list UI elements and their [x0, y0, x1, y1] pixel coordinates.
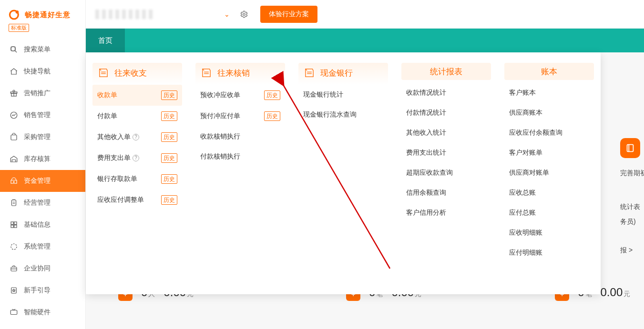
sidebar-item-briefcase[interactable]: 企业协同 — [0, 258, 85, 279]
svg-rect-14 — [14, 225, 17, 228]
sidebar-item-home[interactable]: 快捷导航 — [0, 60, 85, 82]
svg-point-1 — [16, 10, 19, 14]
sidebar-item-label: 快捷导航 — [24, 67, 51, 76]
flyout-column-header: 统计报表 — [401, 63, 491, 80]
history-badge[interactable]: 历史 — [161, 132, 177, 142]
flyout-menu-item[interactable]: 现金银行流水查询 — [298, 105, 388, 125]
history-badge[interactable]: 历史 — [264, 111, 280, 121]
sidebar-item-cycle[interactable]: 系统管理 — [0, 236, 85, 258]
help-icon[interactable]: ? — [133, 155, 139, 161]
menu-item-label: 其他收入统计 — [406, 129, 446, 137]
svg-point-9 — [13, 181, 14, 182]
flyout-column-header: 现金银行 — [298, 63, 388, 85]
flyout-menu-item[interactable]: 现金银行统计 — [298, 85, 388, 105]
help-icon[interactable]: ? — [133, 134, 139, 140]
menu-item-label: 预付冲应付单 — [200, 112, 240, 120]
org-dropdown-toggle[interactable]: ⌄ — [219, 10, 235, 18]
sidebar-item-gift[interactable]: 营销推广 — [0, 82, 85, 104]
menu-item-label: 其他收入单? — [97, 133, 139, 141]
flyout-menu-item[interactable]: 应付总账 — [504, 203, 594, 223]
svg-rect-12 — [14, 222, 17, 224]
svg-point-19 — [243, 13, 245, 15]
flyout-menu-item[interactable]: 费用支出统计 — [401, 143, 491, 163]
flyout-menu-item[interactable]: 付款情况统计 — [401, 103, 491, 123]
svg-rect-11 — [11, 222, 13, 224]
sidebar-item-search[interactable]: 搜索菜单 — [0, 39, 85, 60]
org-name-masked — [95, 10, 153, 19]
flyout-menu-item[interactable]: 客户账本 — [504, 83, 594, 103]
sidebar-item-cart[interactable]: 采购管理 — [0, 126, 85, 148]
history-badge[interactable]: 历史 — [161, 153, 177, 163]
sidebar-item-trend[interactable]: 销售管理 — [0, 104, 85, 126]
flyout-menu-item[interactable]: 付款单历史 — [92, 106, 182, 127]
flyout-menu-item[interactable]: 收款情况统计 — [401, 83, 491, 103]
svg-point-15 — [11, 244, 17, 249]
history-badge[interactable]: 历史 — [161, 111, 177, 121]
settings-icon[interactable] — [239, 10, 249, 19]
flyout-menu-item[interactable]: 收款单历史 — [92, 85, 182, 106]
menu-item-label: 应付明细账 — [509, 249, 542, 257]
brand-edition-badge: 标准版 — [9, 24, 29, 32]
flyout-menu-item[interactable]: 应收应付余额查询 — [504, 123, 594, 143]
flyout-menu-item[interactable]: 其他收入统计 — [401, 123, 491, 143]
sidebar-item-money[interactable]: 资金管理 — [0, 170, 85, 192]
menu-item-label: 客户账本 — [509, 89, 536, 97]
menu-item-label: 超期应收款查询 — [406, 169, 453, 177]
flyout-column-header: 账本 — [504, 63, 594, 80]
flyout-column-title: 现金银行 — [320, 68, 353, 79]
flyout-column-header: 往来核销 — [195, 63, 285, 85]
flyout-column: 往来核销预收冲应收单历史预付冲应付单历史收款核销执行付款核销执行 — [189, 63, 292, 280]
sidebar: 畅捷通好生意 标准版 搜索菜单快捷导航营销推广销售管理采购管理库存核算资金管理经… — [0, 0, 86, 329]
sidebar-item-label: 资金管理 — [24, 177, 51, 185]
menu-item-label: 现金银行统计 — [303, 90, 343, 99]
history-badge[interactable]: 历史 — [161, 174, 177, 184]
hint-pill-icon[interactable] — [620, 138, 640, 158]
flyout-menu-item[interactable]: 应收明细账 — [504, 223, 594, 243]
brand-block: 畅捷通好生意 标准版 — [0, 0, 85, 36]
history-badge[interactable]: 历史 — [264, 90, 280, 100]
sidebar-item-star[interactable]: 新手引导 — [0, 279, 85, 301]
cycle-icon — [10, 242, 18, 251]
flyout-menu-item[interactable]: 供应商对账单 — [504, 163, 594, 183]
tab-home[interactable]: 首页 — [86, 29, 125, 52]
flyout-menu-item[interactable]: 应付明细账 — [504, 243, 594, 263]
sidebar-item-clipboard[interactable]: 经营管理 — [0, 192, 85, 214]
flyout-menu-item[interactable]: 客户信用分析 — [401, 203, 491, 223]
flyout-menu-item[interactable]: 预收冲应收单历史 — [195, 85, 285, 106]
menu-item-label: 收款单 — [97, 91, 117, 100]
flyout-menu-item[interactable]: 其他收入单?历史 — [92, 127, 182, 148]
history-badge[interactable]: 历史 — [161, 90, 177, 100]
brand-name: 畅捷通好生意 — [25, 10, 71, 20]
sidebar-item-grid[interactable]: 基础信息 — [0, 214, 85, 236]
flyout-menu-item[interactable]: 应收总账 — [504, 183, 594, 203]
cta-industry-button[interactable]: 体验行业方案 — [260, 6, 317, 23]
flyout-menu-item[interactable]: 超期应收款查询 — [401, 163, 491, 183]
sidebar-item-warehouse[interactable]: 库存核算 — [0, 148, 85, 170]
svg-rect-20 — [627, 145, 634, 152]
menu-item-label: 费用支出统计 — [406, 149, 446, 157]
flyout-menu-item[interactable]: 银行存取款单历史 — [92, 169, 182, 189]
flyout-menu-item[interactable]: 客户对账单 — [504, 143, 594, 163]
flyout-column-header: 往来收支 — [92, 63, 182, 85]
flyout-menu-item[interactable]: 付款核销执行 — [195, 147, 285, 167]
search-icon — [10, 45, 18, 54]
flyout-menu-item[interactable]: 信用余额查询 — [401, 183, 491, 203]
sidebar-item-tv[interactable]: 智能硬件 — [0, 301, 85, 323]
sidebar-item-label: 企业协同 — [24, 264, 51, 273]
brand-logo-icon — [9, 9, 21, 21]
document-icon — [200, 67, 213, 79]
flyout-menu-item[interactable]: 费用支出单?历史 — [92, 148, 182, 169]
flyout-menu-item[interactable]: 供应商账本 — [504, 103, 594, 123]
svg-rect-8 — [11, 135, 17, 140]
flyout-menu-item[interactable]: 收款核销执行 — [195, 127, 285, 147]
history-badge[interactable]: 历史 — [161, 195, 177, 205]
tv-icon — [10, 308, 18, 317]
menu-item-label: 应收应付调整单 — [97, 196, 144, 204]
flyout-menu-item[interactable]: 预付冲应付单历史 — [195, 106, 285, 127]
flyout-menu-item[interactable]: 应收应付调整单历史 — [92, 189, 182, 210]
svg-rect-13 — [11, 225, 13, 228]
clipboard-icon — [10, 199, 18, 207]
briefcase-icon — [10, 264, 18, 273]
menu-item-label: 供应商对账单 — [509, 169, 549, 177]
sidebar-item-label: 基础信息 — [24, 220, 51, 229]
